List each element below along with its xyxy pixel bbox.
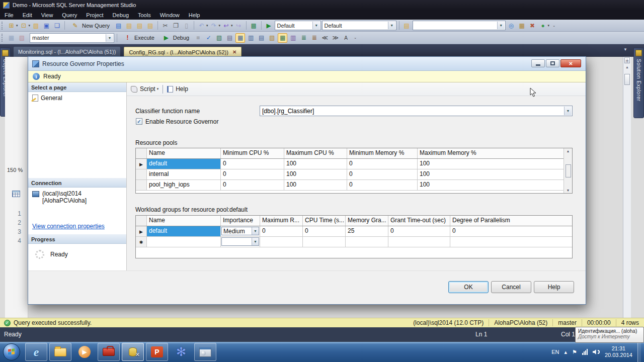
cell-name[interactable]: pool_high_iops [147, 180, 221, 190]
cell-max-mem[interactable]: 100 [418, 180, 564, 190]
redo-icon[interactable]: ↷ [209, 21, 219, 30]
chevron-down-icon[interactable]: ▼ [312, 22, 320, 29]
minimize-button[interactable] [531, 59, 545, 67]
col-max-cpu[interactable]: Maximum CPU % [284, 148, 347, 158]
cell-min-mem[interactable]: 0 [347, 169, 418, 179]
chevron-down-icon[interactable]: ▼ [564, 107, 572, 115]
cell-min-cpu[interactable]: 0 [221, 169, 284, 179]
chevron-down-icon[interactable]: ▼ [497, 22, 505, 29]
col-max-requests[interactable]: Maximum R... [260, 216, 303, 226]
col-importance[interactable]: Importance [221, 216, 260, 226]
edit-table-icon[interactable]: ▦ [517, 21, 527, 30]
scroll-down-icon[interactable]: ▼ [567, 189, 570, 192]
chevron-down-icon[interactable]: ▾ [206, 24, 208, 28]
activity-monitor-icon[interactable]: ▩ [249, 21, 259, 30]
taskbar-explorer-button[interactable] [49, 343, 71, 361]
cell-max-mem[interactable]: 100 [418, 159, 564, 169]
cell-degree-parallelism[interactable]: 0 [450, 226, 572, 236]
maximize-button[interactable] [546, 59, 559, 67]
menu-view[interactable]: View [37, 11, 58, 19]
col-name[interactable]: Name [147, 216, 221, 226]
workload-row-default[interactable]: ▶ default Medium ▼ 0 0 25 0 0 [136, 226, 572, 237]
debug-button[interactable]: ▶ Debug [158, 33, 192, 43]
cell-name[interactable]: internal [147, 169, 221, 179]
close-button[interactable]: ✕ [560, 59, 581, 67]
resource-pools-grid[interactable]: Name Minimum CPU % Maximum CPU % Minimum… [135, 148, 573, 194]
start-play-icon[interactable]: ▶ [264, 21, 274, 30]
indent-icon[interactable]: ≫ [331, 33, 340, 43]
workload-groups-grid[interactable]: Name Importance Maximum R... CPU Time (s… [135, 215, 573, 258]
open-file-icon[interactable]: ▨ [31, 21, 41, 30]
cell-empty[interactable] [450, 237, 572, 247]
col-grant-timeout[interactable]: Grant Time-out (sec) [388, 216, 450, 226]
query-options-icon[interactable]: ▤ [225, 33, 234, 43]
pool-row-pool-high-iops[interactable]: pool_high_iops 0 100 0 100 [136, 180, 564, 191]
find-combo[interactable]: ▼ [413, 21, 506, 30]
cell-memory-grant[interactable]: 25 [346, 226, 388, 236]
language-indicator[interactable]: EN [551, 349, 559, 355]
xmla-query-icon[interactable]: ▤ [145, 21, 155, 30]
cell-max-cpu[interactable]: 100 [284, 159, 347, 169]
save-icon[interactable]: ▣ [42, 21, 51, 30]
cell-cpu-time[interactable]: 0 [303, 226, 346, 236]
volume-icon[interactable] [593, 349, 600, 354]
stop-icon[interactable]: ■ [193, 33, 203, 43]
menu-project[interactable]: Project [82, 11, 108, 19]
chevron-down-icon[interactable]: ▼ [388, 22, 395, 29]
chevron-down-icon[interactable]: ▾ [157, 87, 159, 91]
results-to-text-icon[interactable]: ▥ [246, 33, 256, 43]
cell-max-mem[interactable]: 100 [418, 169, 564, 179]
classifier-combo[interactable]: [dbo].[rg_Classifier] ▼ [260, 106, 573, 116]
toolbar-overflow-icon[interactable]: ⌄ [354, 36, 357, 40]
toolbar-overflow-icon[interactable]: ⌄ [552, 24, 555, 28]
paste-icon[interactable]: ▯ [182, 21, 191, 30]
deployment-combo[interactable]: Default ▼ [275, 21, 321, 30]
ok-button[interactable]: OK [448, 281, 489, 293]
taskbar-flower-app-button[interactable]: ✻ [170, 343, 192, 361]
chevron-down-icon[interactable]: ▾ [29, 24, 31, 28]
col-degree-parallelism[interactable]: Degree of Parallelism [450, 216, 572, 226]
view-connection-properties-link[interactable]: View connection properties [28, 223, 105, 230]
pools-grid-scrollbar[interactable]: ▲ ▼ [564, 148, 572, 193]
undo-icon[interactable]: ↶ [197, 21, 206, 30]
connect-icon[interactable]: ▦ [7, 33, 16, 43]
menu-debug[interactable]: Debug [108, 11, 133, 19]
page-item-general[interactable]: General [28, 92, 126, 102]
scroll-up-icon[interactable]: ▲ [567, 149, 570, 153]
scrollbar-thumb[interactable] [566, 164, 571, 177]
taskbar-advisor-button[interactable] [194, 343, 216, 361]
menu-tools[interactable]: Tools [133, 11, 155, 19]
cell-empty[interactable] [260, 237, 303, 247]
comment-icon[interactable]: ≣ [299, 33, 308, 43]
tray-clock[interactable]: 21:31 20.03.2014 [605, 345, 632, 358]
new-query-window-icon[interactable]: ⊞ [7, 21, 16, 30]
cell-max-requests[interactable]: 0 [260, 226, 303, 236]
sqlcmd-mode-icon[interactable]: ▧ [267, 33, 277, 43]
enable-resource-governor-checkbox[interactable]: ✓ [136, 118, 142, 125]
results-to-grid-icon[interactable]: ▦ [235, 33, 245, 43]
cell-empty[interactable] [388, 237, 450, 247]
start-button[interactable] [3, 343, 20, 360]
pool-row-internal[interactable]: internal 0 100 0 100 [136, 169, 564, 180]
execute-button[interactable]: ! Execute [120, 33, 157, 43]
results-grid-corner-icon[interactable] [12, 191, 20, 197]
editor-vertical-scrollbar[interactable]: ╪ ▲ [623, 57, 631, 318]
menu-query[interactable]: Query [57, 11, 82, 19]
cell-max-cpu[interactable]: 100 [284, 169, 347, 179]
cell-min-cpu[interactable]: 0 [221, 159, 284, 169]
col-min-mem[interactable]: Minimum Memory % [347, 148, 418, 158]
disconnect-icon[interactable]: ▧ [17, 33, 27, 43]
navigate-backward-icon[interactable]: ↩ [221, 21, 231, 30]
database-engine-query-icon[interactable]: ▤ [114, 21, 123, 30]
cell-grant-timeout[interactable]: 0 [388, 226, 450, 236]
target-combo[interactable]: Default ▼ [322, 21, 396, 30]
parse-icon[interactable]: ✓ [204, 33, 213, 43]
importance-combo[interactable]: Medium ▼ [221, 227, 259, 235]
pool-row-default[interactable]: ▶ default 0 100 0 100 [136, 159, 564, 169]
cell-empty[interactable] [303, 237, 346, 247]
new-query-button[interactable]: ✎ New Query [67, 20, 113, 31]
taskbar-powerpoint-button[interactable]: P [146, 343, 168, 361]
navigate-forward-icon[interactable]: ↪ [234, 21, 244, 30]
menu-help[interactable]: Help [184, 11, 205, 19]
cell-name-empty[interactable] [147, 237, 221, 247]
